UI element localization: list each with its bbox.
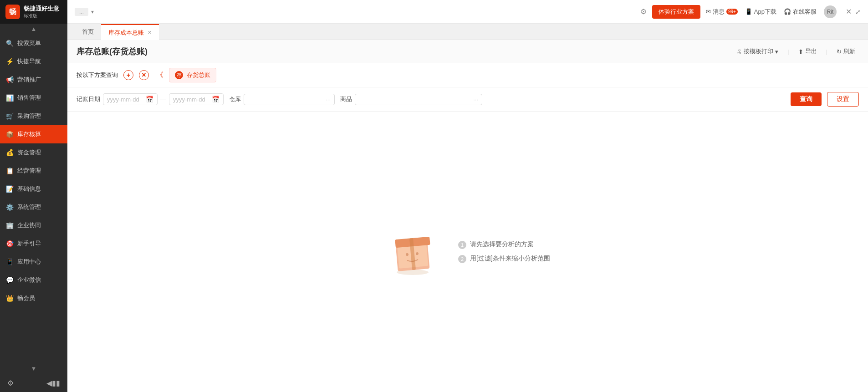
page-actions: 🖨 按模板打印 ▾ | ⬆ 导出 | ↻ 刷新 (732, 46, 859, 57)
app-icon: 📱 (745, 8, 752, 15)
breadcrumb-text: ... (75, 8, 88, 16)
sidebar: 畅 畅捷通好生意 标准版 ▲ 🔍 搜索菜单 ⚡ 快捷导航 📢 营销推广 📊 销售… (0, 0, 67, 392)
online-service-button[interactable]: 🎧 在线客服 (784, 8, 817, 16)
close-icon[interactable]: ✕ (846, 7, 852, 16)
topbar-settings-icon[interactable]: ⚙ (640, 7, 647, 16)
product-select[interactable]: ··· (355, 94, 482, 105)
industry-btn[interactable]: 体验行业方案 (652, 5, 700, 19)
sidebar-item-label-enterprise: 企业协同 (17, 221, 41, 229)
date-start-input[interactable]: yyyy-mm-dd 📅 (103, 93, 158, 105)
date-end-placeholder: yyyy-mm-dd (173, 96, 205, 103)
sidebar-scroll-down[interactable]: ▼ (0, 363, 67, 374)
sidebar-logo: 畅 畅捷通好生意 标准版 (0, 0, 67, 24)
member-icon: 👑 (5, 294, 14, 302)
page-title: 库存总账(存货总账) (77, 46, 148, 57)
filter-add-btn[interactable]: + (123, 70, 133, 80)
print-btn[interactable]: 🖨 按模板打印 ▾ (732, 46, 782, 57)
date-end-input[interactable]: yyyy-mm-dd 📅 (169, 93, 224, 105)
sidebar-audio-icon[interactable]: ◀▮▮ (46, 379, 60, 387)
filter-del-btn[interactable]: × (139, 70, 149, 80)
settings-config-btn[interactable]: 设置 (827, 92, 859, 107)
query-btn[interactable]: 查询 (791, 92, 822, 106)
edition-label: 标准版 (24, 13, 59, 19)
sidebar-item-label-basic: 基础信息 (17, 185, 41, 193)
sidebar-item-quick-nav[interactable]: ⚡ 快捷导航 (0, 52, 67, 71)
export-btn[interactable]: ⬆ 导出 (795, 46, 821, 57)
sidebar-settings-icon[interactable]: ⚙ (7, 379, 14, 387)
sidebar-scroll-up[interactable]: ▲ (0, 24, 67, 34)
sidebar-item-label-search: 搜索菜单 (17, 39, 41, 47)
finance-icon: 💰 (5, 148, 14, 157)
message-button[interactable]: ✉ 消息 99+ (706, 8, 738, 16)
breadcrumb-dropdown-icon[interactable]: ▾ (91, 9, 94, 15)
topbar-right: ✉ 消息 99+ 📱 App下载 🎧 在线客服 Rit (706, 5, 837, 18)
tabs-bar: 首页 库存成本总账 ✕ (67, 24, 868, 40)
user-name: Rit (827, 9, 834, 15)
filter-collapse-icon[interactable]: 《 (156, 71, 163, 80)
empty-tips: 1 请先选择要分析的方案 2 用[过滤]条件来缩小分析范围 (458, 240, 550, 263)
refresh-icon: ↻ (837, 48, 842, 55)
sidebar-item-newbie[interactable]: 🎯 新手引导 (0, 234, 67, 253)
sidebar-item-search[interactable]: 🔍 搜索菜单 (0, 34, 67, 52)
content-area: 库存总账(存货总账) 🖨 按模板打印 ▾ | ⬆ 导出 | ↻ 刷新 (67, 40, 868, 392)
inventory-icon: 📦 (5, 130, 14, 138)
export-icon: ⬆ (798, 48, 803, 55)
user-avatar[interactable]: Rit (824, 5, 837, 18)
divider1: | (787, 48, 789, 55)
sidebar-item-marketing[interactable]: 📢 营销推广 (0, 71, 67, 89)
print-icon: 🖨 (736, 48, 742, 55)
date-label: 记账日期 (77, 95, 100, 103)
tip-text-2: 用[过滤]条件来缩小分析范围 (470, 255, 550, 263)
tip-num-1: 1 (458, 241, 466, 249)
warehouse-more-icon: ··· (326, 96, 331, 103)
date-sep: — (160, 96, 166, 103)
sidebar-item-basic-info[interactable]: 📝 基础信息 (0, 180, 67, 198)
newbie-icon: 🎯 (5, 239, 14, 248)
sidebar-item-enterprise[interactable]: 🏢 企业协同 (0, 216, 67, 234)
print-label: 按模板打印 (744, 47, 773, 56)
sidebar-nav: 🔍 搜索菜单 ⚡ 快捷导航 📢 营销推广 📊 销售管理 🛒 采购管理 📦 库存核… (0, 34, 67, 363)
divider2: | (826, 48, 827, 55)
warehouse-select[interactable]: ··· (244, 94, 335, 105)
sidebar-item-member[interactable]: 👑 畅会员 (0, 289, 67, 307)
sidebar-item-label-sales: 销售管理 (17, 94, 41, 102)
sidebar-item-system[interactable]: ⚙️ 系统管理 (0, 198, 67, 216)
tip-text-1: 请先选择要分析的方案 (470, 240, 534, 249)
sidebar-item-label-member: 畅会员 (17, 294, 35, 302)
resize-icon[interactable]: ⤢ (855, 8, 861, 15)
sidebar-item-label-wechat: 企业微信 (17, 276, 41, 284)
sidebar-item-sales[interactable]: 📊 销售管理 (0, 89, 67, 107)
scheme-icon: 存 (175, 71, 183, 79)
filter-scheme[interactable]: 存 存货总账 (169, 68, 216, 82)
export-label: 导出 (805, 47, 817, 56)
sidebar-item-operation[interactable]: 📋 经营管理 (0, 162, 67, 180)
sidebar-item-finance[interactable]: 💰 资金管理 (0, 143, 67, 162)
filter-label: 按以下方案查询 (77, 71, 118, 79)
brand-name: 畅捷通好生意 (24, 5, 59, 13)
marketing-icon: 📢 (5, 76, 14, 84)
sidebar-item-wechat[interactable]: 💬 企业微信 (0, 271, 67, 289)
tab-inventory-cost[interactable]: 库存成本总账 ✕ (101, 24, 159, 41)
page-header: 库存总账(存货总账) 🖨 按模板打印 ▾ | ⬆ 导出 | ↻ 刷新 (67, 40, 868, 63)
cal-start-icon: 📅 (146, 96, 153, 103)
sidebar-item-label-finance: 资金管理 (17, 148, 41, 157)
sidebar-item-label-quick: 快捷导航 (17, 57, 41, 66)
sidebar-item-inventory[interactable]: 📦 库存核算 (0, 125, 67, 143)
tab-home[interactable]: 首页 (75, 24, 101, 40)
sidebar-item-label-marketing: 营销推广 (17, 76, 41, 84)
print-dropdown-icon[interactable]: ▾ (775, 48, 778, 55)
tip-item-1: 1 请先选择要分析的方案 (458, 240, 550, 249)
sidebar-item-purchase[interactable]: 🛒 采购管理 (0, 107, 67, 125)
refresh-btn[interactable]: ↻ 刷新 (833, 46, 859, 57)
service-label: 在线客服 (793, 8, 817, 16)
search-nav-icon: 🔍 (5, 39, 14, 47)
app-download-button[interactable]: 📱 App下载 (745, 8, 776, 16)
cal-end-icon: 📅 (212, 96, 220, 103)
tab-home-label: 首页 (82, 28, 94, 36)
sidebar-item-app-center[interactable]: 📱 应用中心 (0, 253, 67, 271)
empty-svg (385, 224, 440, 279)
sales-icon: 📊 (5, 94, 14, 102)
filter-row: 记账日期 yyyy-mm-dd 📅 — yyyy-mm-dd 📅 仓库 ··· (67, 87, 868, 112)
tab-close-icon[interactable]: ✕ (148, 30, 152, 36)
filter-bar: 按以下方案查询 + × 《 存 存货总账 (67, 63, 868, 87)
